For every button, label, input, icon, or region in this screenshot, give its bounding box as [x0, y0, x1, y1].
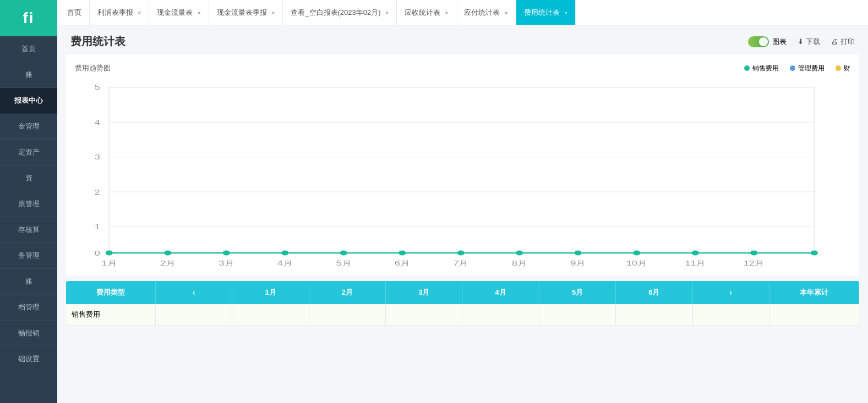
th-type: 费用类型	[66, 281, 156, 304]
line-chart-svg: 5 4 3 2 1 0	[75, 80, 850, 267]
svg-text:5: 5	[95, 84, 100, 91]
sidebar-logo: fi	[0, 0, 57, 36]
td-row0-type: 销售费用	[66, 304, 156, 325]
svg-point-20	[516, 251, 523, 256]
svg-point-21	[575, 251, 582, 256]
th-m3: 3月	[386, 281, 462, 304]
sidebar-item-home[interactable]: 首页	[0, 36, 57, 62]
tabs-bar: 首页 利润表季报 × 现金流量表 × 现金流量表季报 × 查看_空白报表(202…	[57, 0, 868, 25]
svg-text:7月: 7月	[453, 259, 468, 267]
td-row0-m5	[539, 304, 616, 325]
td-row0-nav2	[693, 304, 769, 325]
tab-profit-quarterly[interactable]: 利润表季报 ×	[90, 0, 149, 25]
svg-text:12月: 12月	[744, 259, 764, 267]
svg-text:5月: 5月	[336, 259, 351, 267]
sidebar-item-report-center[interactable]: 报表中心	[0, 88, 57, 114]
toggle-label: 图表	[772, 37, 787, 47]
chart-toggle[interactable]: 图表	[748, 36, 787, 47]
close-tab-cashflow[interactable]: ×	[197, 9, 200, 16]
close-tab-blank-report[interactable]: ×	[385, 9, 389, 16]
td-row0-m6	[616, 304, 692, 325]
close-tab-payable[interactable]: ×	[504, 9, 507, 16]
tab-cashflow-quarterly[interactable]: 现金流量表季报 ×	[209, 0, 283, 25]
svg-point-17	[340, 251, 347, 256]
sidebar-item-service[interactable]: 务管理	[0, 243, 57, 269]
sidebar-item-fixed-assets[interactable]: 定资产	[0, 140, 57, 165]
tab-payable[interactable]: 应付统计表 ×	[456, 0, 516, 25]
data-table: 费用类型 ‹ 1月 2月 3月 4月 5月	[66, 281, 859, 325]
toggle-thumb	[759, 37, 768, 46]
th-nav-prev[interactable]: ‹	[156, 281, 232, 304]
svg-text:4月: 4月	[277, 259, 292, 267]
close-tab-receivable[interactable]: ×	[445, 9, 448, 16]
th-m1: 1月	[232, 281, 309, 304]
download-icon: ⬇	[798, 37, 804, 46]
legend-sales: 销售费用	[744, 64, 779, 73]
td-row0-m2	[309, 304, 386, 325]
toggle-track[interactable]	[748, 36, 769, 47]
sidebar-item-fund[interactable]: 金管理	[0, 114, 57, 140]
svg-point-22	[633, 251, 640, 256]
download-label: 下载	[806, 37, 820, 47]
td-row0-m4	[462, 304, 539, 325]
sidebar-item-invoice[interactable]: 票管理	[0, 191, 57, 217]
svg-text:2: 2	[95, 188, 100, 196]
close-tab-cashflow-quarterly[interactable]: ×	[271, 9, 275, 16]
legend-label-finance: 财	[844, 64, 850, 73]
prev-arrow[interactable]: ‹	[189, 288, 199, 297]
svg-text:1月: 1月	[102, 259, 117, 267]
svg-text:2月: 2月	[160, 259, 175, 267]
sidebar-item-expense-report[interactable]: 畅报销	[0, 321, 57, 346]
close-tab-profit-quarterly[interactable]: ×	[138, 9, 141, 16]
download-button[interactable]: ⬇ 下载	[798, 37, 820, 47]
svg-point-24	[750, 251, 757, 256]
legend-label-sales: 销售费用	[752, 64, 779, 73]
tab-cashflow[interactable]: 现金流量表 ×	[149, 0, 209, 25]
sidebar-item-account[interactable]: 账	[0, 62, 57, 88]
td-row0-m3	[386, 304, 462, 325]
close-tab-expense-stats[interactable]: ×	[564, 9, 567, 16]
svg-point-19	[457, 251, 465, 256]
page-title: 费用统计表	[70, 34, 125, 49]
svg-point-18	[398, 251, 406, 256]
print-icon: 🖨	[831, 37, 838, 46]
legend-dot-finance	[836, 65, 841, 71]
svg-text:9月: 9月	[570, 259, 585, 267]
sidebar-item-settings[interactable]: 础设置	[0, 346, 57, 372]
th-nav-next[interactable]: ›	[693, 281, 769, 304]
sidebar-item-invest[interactable]: 资	[0, 165, 57, 191]
next-arrow[interactable]: ›	[726, 288, 735, 297]
svg-text:11月: 11月	[685, 259, 705, 267]
svg-point-14	[164, 251, 171, 256]
svg-rect-12	[109, 87, 814, 253]
tab-receivable[interactable]: 应收统计表 ×	[397, 0, 456, 25]
header-actions: 图表 ⬇ 下载 🖨 打印	[748, 36, 855, 47]
svg-text:10月: 10月	[626, 259, 647, 267]
page-header: 费用统计表 图表 ⬇ 下载 🖨 打印	[57, 25, 868, 54]
sidebar-item-inventory[interactable]: 存核算	[0, 217, 57, 243]
chart-title: 费用趋势图	[75, 63, 111, 73]
svg-point-23	[692, 251, 699, 256]
td-row0-ytd	[769, 304, 859, 325]
svg-text:0: 0	[95, 249, 100, 257]
svg-point-15	[223, 251, 230, 256]
tab-blank-report[interactable]: 查看_空白报表(2023年02月) ×	[283, 0, 397, 25]
sidebar-item-ledger[interactable]: 账	[0, 269, 57, 295]
sidebar-item-archive[interactable]: 档管理	[0, 295, 57, 321]
tab-home[interactable]: 首页	[59, 0, 90, 25]
legend-dot-mgmt	[790, 65, 795, 71]
print-button[interactable]: 🖨 打印	[831, 37, 855, 47]
svg-text:6月: 6月	[395, 259, 410, 267]
svg-point-25	[811, 251, 818, 256]
content-area: 费用统计表 图表 ⬇ 下载 🖨 打印	[57, 25, 868, 403]
th-m5: 5月	[539, 281, 616, 304]
chart-wrapper: 5 4 3 2 1 0	[75, 80, 850, 267]
legend-finance: 财	[836, 64, 850, 73]
tab-expense-stats[interactable]: 费用统计表 ×	[516, 0, 576, 25]
main-area: 首页 利润表季报 × 现金流量表 × 现金流量表季报 × 查看_空白报表(202…	[57, 0, 868, 403]
svg-text:8月: 8月	[512, 259, 527, 267]
th-m4: 4月	[462, 281, 539, 304]
td-row0-m1	[232, 304, 309, 325]
table-header: 费用类型 ‹ 1月 2月 3月 4月 5月	[66, 281, 859, 304]
svg-text:1: 1	[95, 223, 100, 231]
